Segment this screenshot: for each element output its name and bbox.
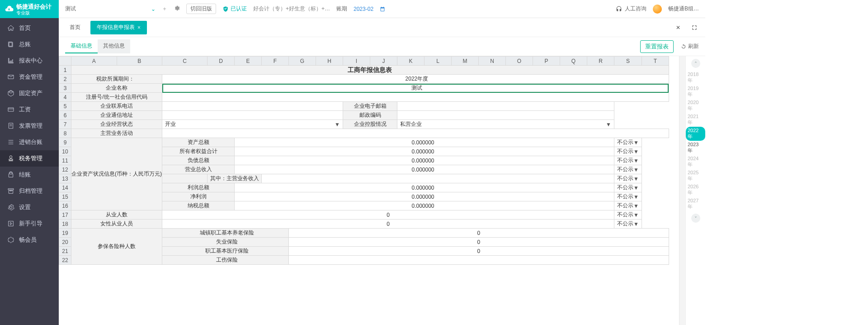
sidebar-item-5[interactable]: 工资	[0, 101, 59, 118]
year-2021年[interactable]: 2021年	[686, 113, 705, 127]
col-header-R[interactable]: R	[587, 57, 614, 66]
year-up-icon[interactable]: ˄	[691, 59, 700, 68]
year-2027年[interactable]: 2027年	[686, 197, 705, 211]
close-icon[interactable]: ×	[137, 24, 141, 31]
col-header-K[interactable]: K	[397, 57, 425, 66]
select-publish-16[interactable]: 不公示▼	[614, 201, 642, 210]
year-2023年[interactable]: 2023年	[686, 141, 705, 155]
value-r14l[interactable]: 0.000000	[235, 183, 614, 192]
sidebar-item-4[interactable]: 固定资产	[0, 85, 59, 101]
col-header-D[interactable]: D	[208, 57, 235, 66]
calendar-icon[interactable]	[380, 6, 385, 12]
input-zip[interactable]	[397, 111, 614, 120]
input-r13l[interactable]	[262, 174, 614, 183]
row-header-18[interactable]: 18	[59, 220, 71, 229]
select-publish-11[interactable]: 不公示▼	[614, 156, 642, 165]
col-header-S[interactable]: S	[614, 57, 642, 66]
tab-annual-report[interactable]: 年报信息申报表 ×	[90, 21, 147, 34]
input-email[interactable]	[397, 102, 614, 111]
value-employees[interactable]: 0	[162, 210, 614, 220]
col-header-M[interactable]: M	[452, 57, 479, 66]
fullscreen-icon[interactable]	[688, 21, 701, 34]
close-all-tabs-icon[interactable]: ✕	[672, 21, 684, 34]
col-header-J[interactable]: J	[370, 57, 397, 66]
value-r12l[interactable]: 0.000000	[235, 165, 614, 174]
col-header-I[interactable]: I	[343, 57, 370, 66]
sidebar-item-2[interactable]: 报表中心	[0, 53, 59, 69]
value-r16l[interactable]: 0.000000	[235, 201, 614, 210]
select-publish-12[interactable]: 不公示▼	[614, 165, 642, 174]
company-selector[interactable]: 测试 ⌄	[65, 5, 156, 13]
row-header-11[interactable]: 11	[59, 156, 71, 165]
year-2022年[interactable]: 2022年	[686, 127, 705, 141]
select-all-cell[interactable]	[59, 57, 71, 66]
year-2024年[interactable]: 2024年	[686, 155, 705, 169]
row-header-13[interactable]: 13	[59, 174, 71, 183]
row-header-5[interactable]: 5	[59, 102, 71, 111]
select-publish-13[interactable]: 不公示▼	[614, 174, 642, 183]
value-r19l[interactable]: 0	[289, 229, 669, 238]
row-header-8[interactable]: 8	[59, 129, 71, 138]
user-name[interactable]: 畅捷通B组…	[668, 5, 699, 13]
col-header-P[interactable]: P	[533, 57, 560, 66]
col-header-H[interactable]: H	[316, 57, 343, 66]
col-header-E[interactable]: E	[235, 57, 262, 66]
row-header-15[interactable]: 15	[59, 192, 71, 201]
row-header-7[interactable]: 7	[59, 120, 71, 129]
year-2026年[interactable]: 2026年	[686, 183, 705, 197]
reset-button[interactable]: 重置报表	[640, 40, 674, 53]
input-main-biz[interactable]	[162, 129, 669, 138]
value-r15l[interactable]: 0.000000	[235, 192, 614, 201]
sidebar-item-13[interactable]: 畅会员	[0, 232, 59, 248]
sidebar-item-0[interactable]: 首页	[0, 20, 59, 36]
sidebar-item-9[interactable]: 结账	[0, 167, 59, 183]
year-2019年[interactable]: 2019年	[686, 85, 705, 99]
select-publish-14[interactable]: 不公示▼	[614, 183, 642, 192]
row-header-21[interactable]: 21	[59, 247, 71, 256]
scrollbar-vertical[interactable]	[679, 56, 685, 325]
col-header-A[interactable]: A	[71, 57, 117, 66]
sidebar-item-11[interactable]: 设置	[0, 199, 59, 215]
settings-gear-icon[interactable]	[174, 5, 180, 13]
switch-old-version-button[interactable]: 切回旧版	[186, 4, 216, 14]
col-header-F[interactable]: F	[262, 57, 289, 66]
row-header-3[interactable]: 3	[59, 84, 71, 93]
input-reg-code[interactable]	[162, 93, 669, 102]
year-2025年[interactable]: 2025年	[686, 169, 705, 183]
value-r22l[interactable]	[289, 256, 669, 265]
sidebar-item-8[interactable]: 税务管理	[0, 150, 59, 167]
select-publish-10[interactable]: 不公示▼	[614, 147, 642, 156]
value-r21l[interactable]: 0	[289, 247, 669, 256]
avatar[interactable]	[653, 5, 662, 14]
sidebar-item-7[interactable]: 进销台账	[0, 134, 59, 150]
value-r9l[interactable]: 0.000000	[235, 138, 614, 147]
sidebar-item-1[interactable]: 总账	[0, 36, 59, 53]
row-header-22[interactable]: 22	[59, 256, 71, 265]
row-header-10[interactable]: 10	[59, 147, 71, 156]
col-header-L[interactable]: L	[425, 57, 452, 66]
row-header-2[interactable]: 2	[59, 75, 71, 84]
add-company-icon[interactable]: ＋	[162, 5, 167, 13]
col-header-C[interactable]: C	[162, 57, 208, 66]
value-r11l[interactable]: 0.000000	[235, 156, 614, 165]
col-header-Q[interactable]: Q	[560, 57, 587, 66]
input-phone[interactable]	[162, 102, 343, 111]
select-publish-18[interactable]: 不公示▼	[614, 220, 642, 229]
value-r20l[interactable]: 0	[289, 238, 669, 247]
row-header-17[interactable]: 17	[59, 210, 71, 220]
select-publish-15[interactable]: 不公示▼	[614, 192, 642, 201]
input-company-name[interactable]: 测试	[162, 84, 669, 93]
col-header-O[interactable]: O	[506, 57, 533, 66]
row-header-6[interactable]: 6	[59, 111, 71, 120]
value-r10l[interactable]: 0.000000	[235, 147, 614, 156]
subtab-other[interactable]: 其他信息	[98, 39, 130, 53]
year-down-icon[interactable]: ˅	[691, 214, 700, 223]
col-header-B[interactable]: B	[117, 57, 162, 66]
row-header-4[interactable]: 4	[59, 93, 71, 102]
row-header-12[interactable]: 12	[59, 165, 71, 174]
period-value[interactable]: 2023-02	[354, 6, 373, 12]
sidebar-item-10[interactable]: 归档管理	[0, 183, 59, 199]
subtab-basic[interactable]: 基础信息	[65, 39, 98, 53]
select-publish-17[interactable]: 不公示▼	[614, 210, 642, 220]
col-header-T[interactable]: T	[642, 57, 669, 66]
